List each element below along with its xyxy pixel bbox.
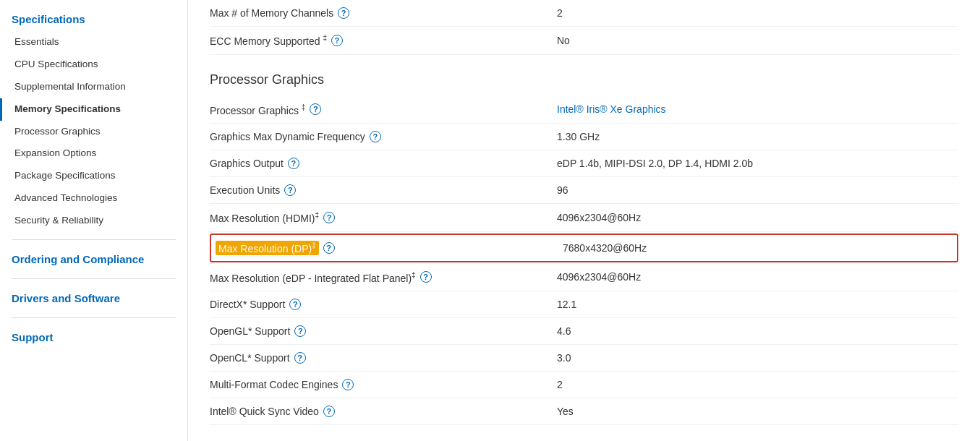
row-opengl: OpenGL* Support ? 4.6 <box>210 318 958 345</box>
sidebar-section-specifications[interactable]: Specifications <box>0 7 187 31</box>
label-ecc-memory: ECC Memory Supported ‡ ? <box>210 34 557 47</box>
row-execution-units: Execution Units ? 96 <box>210 177 958 204</box>
value-quick-sync: Yes <box>557 406 958 417</box>
value-graphics-max-freq: 1.30 GHz <box>557 131 958 142</box>
label-max-memory-channels: Max # of Memory Channels ? <box>210 7 557 19</box>
sidebar-item-package-specs[interactable]: Package Specifications <box>0 165 187 187</box>
label-directx: DirectX* Support ? <box>210 299 557 310</box>
row-ecc-memory: ECC Memory Supported ‡ ? No <box>210 27 958 55</box>
sidebar-section-support[interactable]: Support <box>0 325 187 349</box>
value-opencl: 3.0 <box>557 352 958 364</box>
sidebar-item-expansion-options[interactable]: Expansion Options <box>0 142 187 165</box>
sidebar-item-advanced-tech[interactable]: Advanced Technologies <box>0 187 187 210</box>
sup-pg: ‡ <box>302 103 306 111</box>
help-icon-opengl[interactable]: ? <box>294 325 306 337</box>
value-max-res-hdmi: 4096x2304@60Hz <box>557 212 958 223</box>
value-execution-units: 96 <box>557 184 958 196</box>
row-graphics-output: Graphics Output ? eDP 1.4b, MIPI-DSI 2.0… <box>210 150 958 177</box>
help-icon-codec[interactable]: ? <box>342 379 354 390</box>
label-text-edp: Max Resolution (eDP - Integrated Flat Pa… <box>210 271 416 284</box>
label-text-dx: DirectX* Support <box>210 299 285 310</box>
row-opencl: OpenCL* Support ? 3.0 <box>210 345 958 372</box>
label-text-codec: Multi-Format Codec Engines <box>210 379 338 390</box>
help-icon-eu[interactable]: ? <box>284 184 296 196</box>
label-text-dp: Max Resolution (DP)‡ <box>216 241 319 255</box>
value-max-res-edp: 4096x2304@60Hz <box>557 271 958 283</box>
help-icon-dx[interactable]: ? <box>289 299 301 310</box>
label-codec-engines: Multi-Format Codec Engines ? <box>210 379 557 390</box>
help-icon-ecc[interactable]: ? <box>331 35 343 46</box>
label-execution-units: Execution Units ? <box>210 184 557 196</box>
value-directx: 12.1 <box>557 299 958 310</box>
sidebar-item-processor-graphics[interactable]: Processor Graphics <box>0 121 187 143</box>
sidebar-item-security-reliability[interactable]: Security & Reliability <box>0 210 187 232</box>
selected-value-dp: 7680x4320@60Hz <box>563 242 647 254</box>
row-codec-engines: Multi-Format Codec Engines ? 2 <box>210 372 958 398</box>
label-graphics-output: Graphics Output ? <box>210 158 557 169</box>
sup-dp: ‡ <box>312 241 316 249</box>
help-icon-edp[interactable]: ? <box>420 271 432 283</box>
value-max-memory-channels: 2 <box>557 7 958 19</box>
label-text-go: Graphics Output <box>210 158 284 169</box>
value-graphics-output: eDP 1.4b, MIPI-DSI 2.0, DP 1.4, HDMI 2.0… <box>557 158 958 169</box>
sidebar-item-memory-specs[interactable]: Memory Specifications <box>0 98 187 121</box>
row-processor-graphics: Processor Graphics ‡ ? Intel® Iris® Xe G… <box>210 96 958 124</box>
label-text-eu: Execution Units <box>210 184 280 196</box>
label-opengl: OpenGL* Support ? <box>210 325 557 337</box>
sup-hdmi: ‡ <box>315 211 319 219</box>
row-directx: DirectX* Support ? 12.1 <box>210 291 958 318</box>
help-icon-go[interactable]: ? <box>288 158 299 169</box>
help-icon-qs[interactable]: ? <box>323 406 335 417</box>
label-text-opengl: OpenGL* Support <box>210 325 290 337</box>
label-text-qs: Intel® Quick Sync Video <box>210 406 319 417</box>
row-quick-sync: Intel® Quick Sync Video ? Yes <box>210 398 958 425</box>
label-text-pg: Processor Graphics ‡ <box>210 103 305 116</box>
row-max-memory-channels: Max # of Memory Channels ? 2 <box>210 0 958 27</box>
label-processor-graphics: Processor Graphics ‡ ? <box>210 103 557 116</box>
value-ecc: No <box>557 35 958 46</box>
divider-1 <box>12 239 176 240</box>
section-heading-processor-graphics: Processor Graphics <box>210 72 958 87</box>
row-max-res-hdmi: Max Resolution (HDMI)‡ ? 4096x2304@60Hz <box>210 204 958 232</box>
help-icon-gmf[interactable]: ? <box>370 131 381 142</box>
value-processor-graphics[interactable]: Intel® Iris® Xe Graphics <box>557 103 958 115</box>
help-icon-hdmi[interactable]: ? <box>323 212 335 223</box>
value-max-res-dp: 7680x4320@60Hz <box>563 242 953 254</box>
label-text-gmf: Graphics Max Dynamic Frequency <box>210 131 365 142</box>
sidebar: Specifications Essentials CPU Specificat… <box>0 0 188 441</box>
value-opengl: 4.6 <box>557 325 958 337</box>
help-icon-pg[interactable]: ? <box>310 103 321 115</box>
help-icon-opencl[interactable]: ? <box>294 352 306 364</box>
sidebar-item-essentials[interactable]: Essentials <box>0 31 187 53</box>
row-max-res-dp: Max Resolution (DP)‡ ? 7680x4320@60Hz <box>210 234 958 262</box>
value-codec-engines: 2 <box>557 379 958 390</box>
label-text-opencl: OpenCL* Support <box>210 352 290 364</box>
label-text-ecc: ECC Memory Supported ‡ <box>210 34 327 47</box>
sidebar-item-supplemental[interactable]: Supplemental Information <box>0 76 187 98</box>
help-icon-dp[interactable]: ? <box>323 242 335 254</box>
label-max-res-hdmi: Max Resolution (HDMI)‡ ? <box>210 211 557 224</box>
help-icon-max-memory-channels[interactable]: ? <box>338 7 349 19</box>
sup-edp: ‡ <box>412 271 416 279</box>
divider-2 <box>12 278 176 279</box>
label-max-res-edp: Max Resolution (eDP - Integrated Flat Pa… <box>210 271 557 284</box>
label-opencl: OpenCL* Support ? <box>210 352 557 364</box>
label-text: Max # of Memory Channels <box>210 7 333 19</box>
row-graphics-max-freq: Graphics Max Dynamic Frequency ? 1.30 GH… <box>210 124 958 150</box>
sidebar-section-ordering[interactable]: Ordering and Compliance <box>0 247 187 271</box>
sidebar-section-drivers[interactable]: Drivers and Software <box>0 286 187 310</box>
label-quick-sync: Intel® Quick Sync Video ? <box>210 406 557 417</box>
sup-ecc: ‡ <box>323 34 327 42</box>
label-max-res-dp: Max Resolution (DP)‡ ? <box>216 241 563 255</box>
row-max-res-edp: Max Resolution (eDP - Integrated Flat Pa… <box>210 264 958 292</box>
sidebar-item-cpu-specs[interactable]: CPU Specifications <box>0 53 187 76</box>
main-content: Max # of Memory Channels ? 2 ECC Memory … <box>188 0 980 441</box>
label-graphics-max-freq: Graphics Max Dynamic Frequency ? <box>210 131 557 142</box>
label-text-hdmi: Max Resolution (HDMI)‡ <box>210 211 319 224</box>
divider-3 <box>12 317 176 318</box>
